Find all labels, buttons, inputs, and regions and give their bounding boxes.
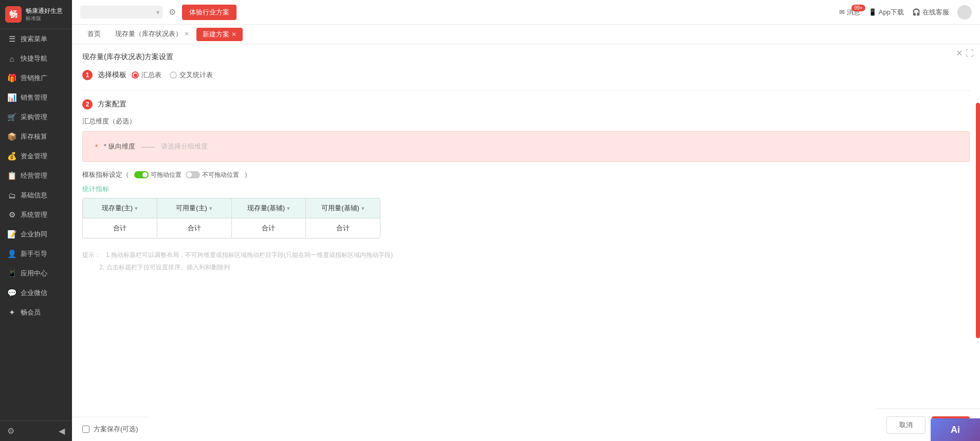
sidebar-item-mgmt[interactable]: 📋 经营管理 xyxy=(0,166,72,186)
page-title: 现存量(库存状况表)方案设置 xyxy=(82,52,970,62)
stats-col-2-arrow[interactable]: ▾ xyxy=(209,205,212,212)
collapse-icon[interactable]: ◀ xyxy=(59,426,65,436)
online-service-item[interactable]: 🎧 在线客服 xyxy=(912,8,949,17)
wechat-icon: 💬 xyxy=(7,288,16,298)
stats-col-2: 可用量(主) ▾ xyxy=(157,198,232,218)
sidebar-item-inventory[interactable]: 📦 库存核算 xyxy=(0,127,72,146)
sidebar-item-finance[interactable]: 💰 资金管理 xyxy=(0,146,72,166)
search-dropdown-icon: ▾ xyxy=(156,9,159,16)
sidebar-item-marketing[interactable]: 🎁 营销推广 xyxy=(0,68,72,88)
user-avatar[interactable] xyxy=(957,5,972,20)
radio-cross-label: 交叉统计表 xyxy=(179,70,213,80)
step1-num: 1 xyxy=(82,70,93,80)
stats-col-4-arrow[interactable]: ▾ xyxy=(361,205,365,212)
sidebar-item-quick-nav[interactable]: ⌂ 快捷导航 xyxy=(0,49,72,68)
close-panel-icon[interactable]: ✕ xyxy=(956,48,963,58)
search-input[interactable] xyxy=(80,6,162,19)
sidebar-item-label-quick: 快捷导航 xyxy=(21,54,47,63)
stats-col-1-arrow[interactable]: ▾ xyxy=(135,205,138,212)
sidebar-item-member[interactable]: ✦ 畅会员 xyxy=(0,303,72,322)
sidebar-item-label-contract: 企业协同 xyxy=(21,230,47,239)
tab-home-label: 首页 xyxy=(87,29,101,39)
sidebar-item-search[interactable]: ☰ 搜索菜单 xyxy=(0,29,72,49)
stats-col-4: 可用量(基辅) ▾ xyxy=(306,198,380,218)
tab-home[interactable]: 首页 xyxy=(80,25,108,44)
sidebar-item-wechat[interactable]: 💬 企业微信 xyxy=(0,283,72,303)
toggle-draggable-box[interactable] xyxy=(134,171,149,178)
expand-icon[interactable]: ⛶ xyxy=(966,49,974,58)
system-icon: ⚙ xyxy=(7,210,16,219)
stats-col-4-label: 可用量(基辅) xyxy=(321,204,359,213)
required-marker: * xyxy=(95,143,98,151)
dim-placeholder: 请选择分组维度 xyxy=(161,142,208,151)
sidebar-nav: ☰ 搜索菜单 ⌂ 快捷导航 🎁 营销推广 📊 销售管理 🛒 采购管理 📦 库存核… xyxy=(0,29,72,420)
sidebar-item-appstore[interactable]: 📱 应用中心 xyxy=(0,264,72,283)
ai-badge[interactable]: Ai xyxy=(931,418,980,441)
search-menu-icon: ☰ xyxy=(7,34,16,44)
radio-cross-circle xyxy=(170,71,177,79)
dim-label: 汇总维度（必选） xyxy=(82,117,970,126)
settings-icon[interactable]: ⚙ xyxy=(7,426,14,436)
stats-body-col-1: 合计 xyxy=(83,218,157,238)
member-icon: ✦ xyxy=(7,308,16,317)
topbar-gear-icon[interactable]: ⚙ xyxy=(169,7,176,17)
toggle-undraggable-knob xyxy=(187,172,192,177)
tab-new-plan[interactable]: 新建方案 ✕ xyxy=(196,28,243,41)
basic-icon: 🗂 xyxy=(7,191,16,200)
metrics-toggle-wrap: 可拖动位置 不可拖动位置 xyxy=(134,171,239,179)
stats-body-col-2: 合计 xyxy=(157,218,232,238)
tab-new-close[interactable]: ✕ xyxy=(231,31,237,38)
sidebar-item-basic[interactable]: 🗂 基础信息 xyxy=(0,186,72,205)
topbar-right: ✉ 消息 99+ 📱 App下载 🎧 在线客服 xyxy=(839,5,972,20)
main-area: ▾ ⚙ 体验行业方案 ✉ 消息 99+ 📱 App下载 🎧 在线客服 首页 xyxy=(72,0,980,441)
right-edge-bar xyxy=(976,103,980,338)
metrics-label-text: 模板指标设定（ xyxy=(82,170,129,179)
radio-summary[interactable]: 汇总表 xyxy=(132,70,161,80)
sidebar-item-label-mgmt: 经营管理 xyxy=(21,171,47,180)
app-download-item[interactable]: 📱 App下载 xyxy=(868,8,904,17)
app-name: 畅康通好生意 xyxy=(26,7,63,15)
tab-inventory-label: 现存量（库存状况表） xyxy=(115,29,182,39)
industry-solution-button[interactable]: 体验行业方案 xyxy=(182,5,237,20)
toggle-undraggable[interactable]: 不可拖动位置 xyxy=(186,171,239,179)
stats-section: 统计指标 现存量(主) ▾ 可用量(主) ▾ xyxy=(82,185,970,238)
tab-inventory-close[interactable]: ✕ xyxy=(184,30,189,38)
tab-new-label: 新建方案 xyxy=(203,30,229,39)
inventory-icon: 📦 xyxy=(7,132,16,141)
online-service-label: 在线客服 xyxy=(922,8,949,17)
metrics-close-paren: ） xyxy=(244,170,251,179)
contract-icon: 📝 xyxy=(7,230,16,239)
toggle-undraggable-box[interactable] xyxy=(186,171,200,178)
mgmt-icon: 📋 xyxy=(7,171,16,180)
stats-body-col-3-val: 合计 xyxy=(262,224,275,233)
stats-body-col-4: 合计 xyxy=(306,218,380,238)
tab-inventory[interactable]: 现存量（库存状况表） ✕ xyxy=(108,25,196,44)
message-badge: 99+ xyxy=(851,5,865,11)
stats-col-3-arrow[interactable]: ▾ xyxy=(287,205,290,212)
tabs-bar: 首页 现存量（库存状况表） ✕ 新建方案 ✕ xyxy=(72,25,980,44)
sidebar-item-newuser[interactable]: 👤 新手引导 xyxy=(0,244,72,264)
logo-icon: 畅 xyxy=(5,6,22,23)
message-item[interactable]: ✉ 消息 99+ xyxy=(839,8,860,17)
stats-body-col-2-val: 合计 xyxy=(188,224,201,233)
sidebar-item-system[interactable]: ⚙ 系统管理 xyxy=(0,205,72,225)
phone-icon: 📱 xyxy=(868,8,877,16)
divider1 xyxy=(82,90,970,91)
step1-header: 1 选择模板 汇总表 交叉统计表 xyxy=(82,70,970,80)
tip-title: 提示： 1.拖动标题栏可以调整布局，不可跨维度或指标区域拖动栏目字段(只能在同一… xyxy=(82,249,970,261)
sidebar-item-purchase[interactable]: 🛒 采购管理 xyxy=(0,107,72,127)
stats-col-3-label: 现存量(基辅) xyxy=(247,204,285,213)
cancel-button[interactable]: 取消 xyxy=(886,416,925,434)
save-checkbox[interactable] xyxy=(82,426,89,433)
dim-row: * * 纵向维度 —— 请选择分组维度 xyxy=(95,142,957,151)
content-area: ✕ ⛶ 现存量(库存状况表)方案设置 1 选择模板 汇总表 xyxy=(72,44,980,441)
toggle-draggable[interactable]: 可拖动位置 xyxy=(134,171,182,179)
sidebar-item-contract[interactable]: 📝 企业协同 xyxy=(0,225,72,244)
sidebar-item-sales[interactable]: 📊 销售管理 xyxy=(0,88,72,107)
finance-icon: 💰 xyxy=(7,152,16,161)
radio-cross[interactable]: 交叉统计表 xyxy=(170,70,213,80)
sidebar-item-label-appstore: 应用中心 xyxy=(21,269,47,278)
appstore-icon: 📱 xyxy=(7,269,16,278)
sidebar-item-label-sales: 销售管理 xyxy=(21,93,47,102)
radio-summary-label: 汇总表 xyxy=(141,70,161,80)
